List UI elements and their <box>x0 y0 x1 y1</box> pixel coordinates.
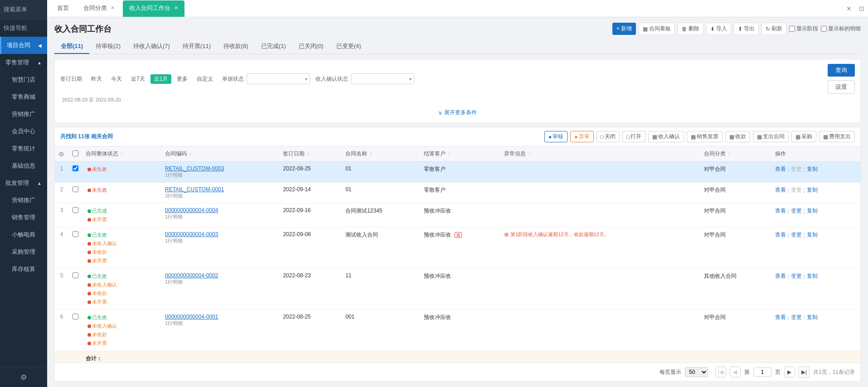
export-button[interactable]: ⬆ 导出 <box>734 23 759 35</box>
window-close-icon[interactable]: ✕ <box>846 5 852 12</box>
action-open[interactable]: □ 打开 <box>622 131 645 142</box>
settings-gear-icon[interactable]: ⚙ <box>58 150 64 158</box>
op-change-2[interactable]: 变更 <box>791 186 802 194</box>
sidebar-item-member[interactable]: 会员中心 <box>0 123 47 140</box>
page-prev-button[interactable]: ◀ <box>730 367 741 377</box>
document-status-select[interactable] <box>247 73 310 84</box>
row-checkbox-input-5[interactable] <box>73 272 78 278</box>
show-details-input[interactable] <box>821 26 827 32</box>
action-abandon[interactable]: ● 弃审 <box>570 131 593 142</box>
contract-board-button[interactable]: ▦ 合同看板 <box>639 23 675 35</box>
filter-tab-changed[interactable]: 已变更(4) <box>330 39 368 54</box>
row-checkbox-input-3[interactable] <box>73 207 78 213</box>
op-change-1[interactable]: 变更 <box>791 165 802 173</box>
row-checkbox-input-4[interactable] <box>73 231 78 237</box>
sidebar-settings[interactable]: ⚙ <box>0 367 47 387</box>
delete-button[interactable]: 🗑 删除 <box>678 23 703 35</box>
date-btn-today[interactable]: 今天 <box>107 74 126 84</box>
tab-contract-category[interactable]: 合同分类 ✕ <box>77 0 121 17</box>
filter-tab-pending-income[interactable]: 待收入确认(7) <box>127 39 176 54</box>
contract-code-link-5[interactable]: 0000000000004-0002 <box>165 272 218 279</box>
contract-code-link-4[interactable]: 0000000000004-0003 <box>165 231 218 237</box>
sidebar-item-basic-info[interactable]: 基础信息 <box>0 157 47 174</box>
setting-button[interactable]: 设置 <box>828 80 855 94</box>
op-copy-5[interactable]: 复制 <box>807 272 818 280</box>
query-button[interactable]: 查询 <box>828 64 855 77</box>
page-next-button[interactable]: ▶ <box>784 367 795 377</box>
filter-tab-completed[interactable]: 已完成(1) <box>255 39 292 54</box>
income-confirm-select[interactable] <box>351 73 414 84</box>
select-all-checkbox[interactable] <box>73 150 78 156</box>
action-expense[interactable]: ▦ 费用支出 <box>819 131 855 142</box>
tab-income-workbench-close[interactable]: ✕ <box>174 5 178 11</box>
window-maximize-icon[interactable]: ⊡ <box>859 5 864 12</box>
sidebar-item-sales-mgmt[interactable]: 销售管理 <box>0 209 47 226</box>
op-view-5[interactable]: 查看 <box>775 272 786 280</box>
sidebar-item-retail-stats[interactable]: 零售统计 <box>0 140 47 157</box>
page-number-input[interactable] <box>753 368 771 377</box>
row-checkbox-input-2[interactable] <box>73 186 78 192</box>
contract-code-link-2[interactable]: RETAIL_CUSTOM-0001 <box>165 186 224 193</box>
op-view-3[interactable]: 查看 <box>775 207 786 215</box>
date-btn-1month[interactable]: 近1月 <box>150 74 172 84</box>
op-view-2[interactable]: 查看 <box>775 186 786 194</box>
contract-code-link-6[interactable]: 0000000000004-0001 <box>165 314 218 320</box>
op-change-6[interactable]: 变更 <box>791 314 802 321</box>
op-view-1[interactable]: 查看 <box>775 165 786 173</box>
new-button[interactable]: + 新增 <box>612 23 636 35</box>
expand-more-btn[interactable]: ∨ 展开更多条件 <box>435 107 480 118</box>
sidebar-nav[interactable]: 快捷导航 <box>0 19 47 37</box>
filter-tab-closed[interactable]: 已关闭(0) <box>292 39 330 54</box>
sidebar-item-smart-store[interactable]: 智慧门店 <box>0 71 47 88</box>
op-change-3[interactable]: 变更 <box>791 207 802 215</box>
th-sign-date-sort-icon[interactable]: ↕ <box>307 151 310 156</box>
row-checkbox-input-6[interactable] <box>73 314 78 319</box>
action-review[interactable]: ● 审核 <box>544 131 567 142</box>
sidebar-item-marketing[interactable]: 营销推广 <box>0 106 47 123</box>
filter-tab-pending-invoice[interactable]: 待开票(11) <box>176 39 217 54</box>
op-copy-2[interactable]: 复制 <box>807 186 818 194</box>
tab-home[interactable]: 首页 <box>51 0 75 17</box>
filter-tab-pending-payment[interactable]: 待收款(8) <box>217 39 255 54</box>
sidebar-item-inventory[interactable]: 库存核算 <box>0 261 47 278</box>
sidebar-item-purchase[interactable]: 采购管理 <box>0 243 47 261</box>
show-stages-checkbox[interactable]: 显示阶段 <box>789 25 818 33</box>
action-payment[interactable]: ▦ 收款 <box>725 131 750 142</box>
show-details-checkbox[interactable]: 显示标的明细 <box>821 25 861 33</box>
date-btn-7days[interactable]: 近7天 <box>127 74 149 84</box>
op-copy-1[interactable]: 复制 <box>807 165 818 173</box>
op-copy-3[interactable]: 复制 <box>807 207 818 215</box>
th-category-sort-icon[interactable]: ↕ <box>728 151 730 156</box>
filter-tab-all[interactable]: 全部(11) <box>54 39 89 54</box>
date-btn-yesterday[interactable]: 昨天 <box>87 74 106 84</box>
action-income-confirm[interactable]: ▦ 收入确认 <box>648 131 684 142</box>
row-checkbox-input-1[interactable] <box>73 165 78 171</box>
page-first-button[interactable]: |◀ <box>715 367 726 377</box>
op-view-6[interactable]: 查看 <box>775 314 786 321</box>
action-purchase[interactable]: ▦ 采购 <box>791 131 816 142</box>
op-view-4[interactable]: 查看 <box>775 231 786 239</box>
th-customer-sort-icon[interactable]: ↕ <box>448 151 451 156</box>
op-copy-6[interactable]: 复制 <box>807 314 818 321</box>
filter-tab-pending-review[interactable]: 待审核(2) <box>89 39 127 54</box>
sidebar-item-retail-mgmt[interactable]: 零售管理 ▲ <box>0 54 47 71</box>
sidebar-item-retail-commerce[interactable]: 零售商城 <box>0 88 47 106</box>
action-close[interactable]: □ 关闭 <box>596 131 620 142</box>
op-change-5[interactable]: 变更 <box>791 272 802 280</box>
show-stages-input[interactable] <box>789 26 795 32</box>
sidebar-search[interactable]: 搜索菜单 <box>0 0 47 19</box>
sidebar-item-xiaochang[interactable]: 小畅电商 <box>0 226 47 243</box>
sidebar-item-project[interactable]: 项目合同 ◀ <box>0 37 47 54</box>
sidebar-item-marketing2[interactable]: 营销推广 <box>0 192 47 209</box>
page-last-button[interactable]: ▶| <box>799 367 810 377</box>
date-btn-custom[interactable]: 自定义 <box>193 74 217 84</box>
th-error-info-sort-icon[interactable]: ↕ <box>529 151 531 156</box>
per-page-select[interactable]: 50 10 20 100 <box>685 367 708 377</box>
action-expense-contract[interactable]: ▦ 支出合同 <box>753 131 789 142</box>
import-button[interactable]: ⬇ 导入 <box>706 23 731 35</box>
op-change-4[interactable]: 变更 <box>791 231 802 239</box>
contract-code-link-3[interactable]: 0000000000004-0004 <box>165 207 218 213</box>
th-code-sort-icon[interactable]: ↕ <box>189 151 191 156</box>
refresh-button[interactable]: ↻ 刷新 <box>761 23 786 35</box>
op-copy-4[interactable]: 复制 <box>807 231 818 239</box>
